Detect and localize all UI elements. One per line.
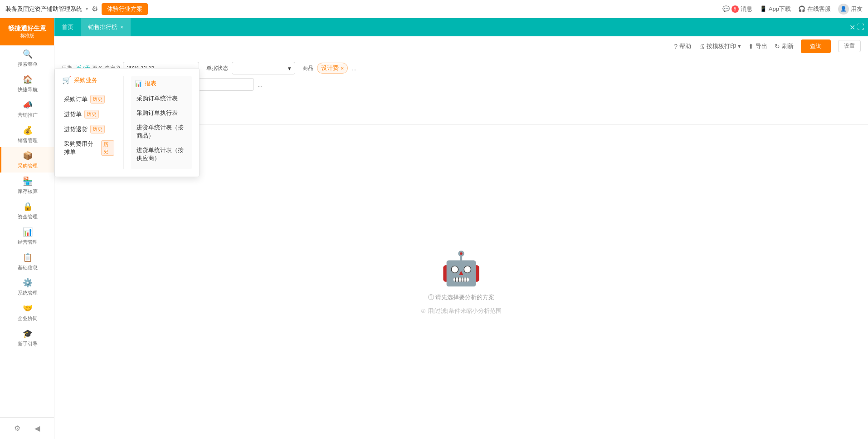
report-col-icon: 📊	[135, 80, 142, 87]
dropdown-item-incoming-supplier[interactable]: 进货单统计表（按供应商）	[135, 143, 189, 166]
dropdown-report-title: 📊 报表	[135, 79, 189, 88]
purchase-dropdown-menu: 🛒 采购业务 采购订单 历史 进货单 历史 进货退货 历史 采购费用分摊单 历史	[54, 68, 200, 177]
dropdown-divider	[123, 76, 124, 169]
dropdown-item-expense[interactable]: 采购费用分摊单 历史	[62, 137, 116, 159]
dropdown-item-incoming[interactable]: 进货单 历史	[62, 107, 116, 122]
history-badge-4: 历史	[101, 140, 114, 156]
dropdown-report-col: 📊 报表 采购订单统计表 采购订单执行表 进货单统计表（按商品） 进货单统计表（…	[131, 76, 192, 169]
dropdown-cols: 🛒 采购业务 采购订单 历史 进货单 历史 进货退货 历史 采购费用分摊单 历史	[62, 76, 192, 169]
purchase-col-icon: 🛒	[62, 76, 71, 84]
dropdown-item-order-exec[interactable]: 采购订单执行表	[135, 106, 189, 120]
dropdown-item-return[interactable]: 进货退货 历史	[62, 122, 116, 137]
dropdown-item-purchase-order[interactable]: 采购订单 历史	[62, 92, 116, 107]
dropdown-overlay[interactable]	[0, 0, 868, 439]
history-badge-3: 历史	[90, 125, 105, 133]
dropdown-purchase-title: 🛒 采购业务	[62, 76, 116, 86]
history-badge-2: 历史	[84, 110, 99, 118]
dropdown-purchase-col: 🛒 采购业务 采购订单 历史 进货单 历史 进货退货 历史 采购费用分摊单 历史	[62, 76, 116, 169]
dropdown-item-incoming-goods[interactable]: 进货单统计表（按商品）	[135, 120, 189, 143]
history-badge-1: 历史	[90, 95, 105, 104]
dropdown-item-order-stats[interactable]: 采购订单统计表	[135, 91, 189, 106]
